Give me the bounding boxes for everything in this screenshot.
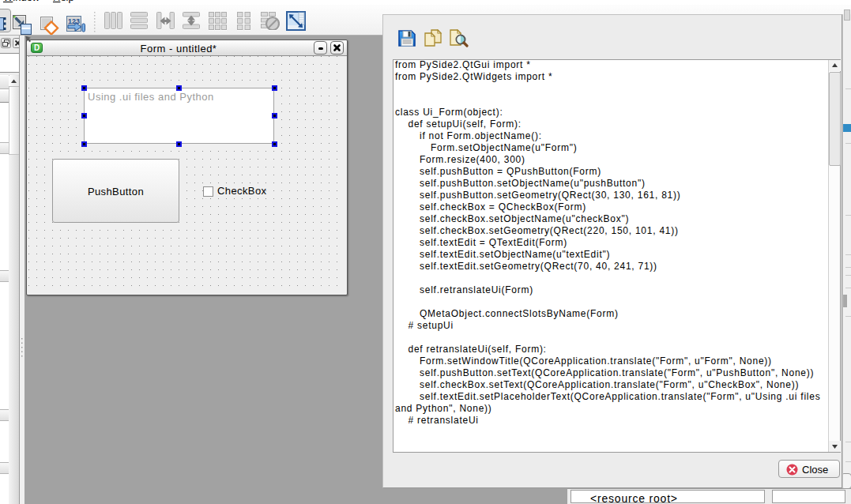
svg-text:123: 123 <box>68 17 80 25</box>
